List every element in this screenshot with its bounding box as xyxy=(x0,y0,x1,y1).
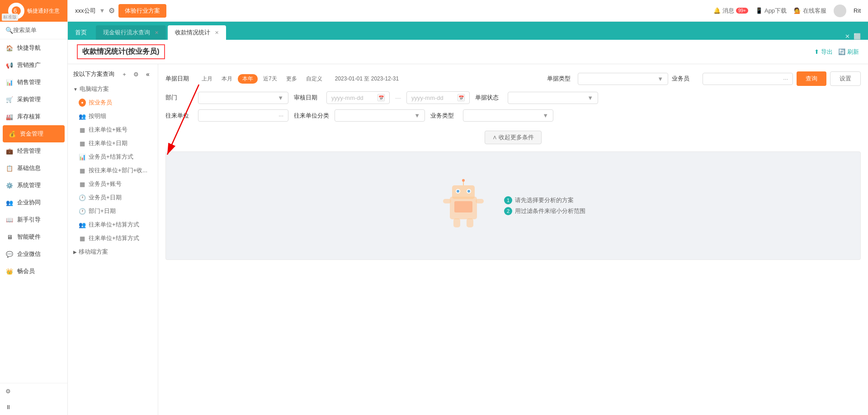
date-tab-group: 上月 本月 本年 近7天 更多 自定义 xyxy=(198,74,326,84)
notification-button[interactable]: 🔔 消息 99+ xyxy=(713,7,748,15)
voucher-status-select[interactable]: ▼ xyxy=(508,92,598,104)
scheme-dept-date[interactable]: 🕐 部门+日期 xyxy=(68,204,158,218)
scheme-by-salesperson[interactable]: ● 按业务员 xyxy=(68,96,158,109)
dept-select[interactable]: ▼ xyxy=(198,92,288,104)
audit-date-end-input[interactable]: yyyy-mm-dd 📅 xyxy=(406,91,470,104)
mobile-scheme-group: ▶ 移动端方案 xyxy=(68,245,158,259)
user-avatar[interactable] xyxy=(834,5,846,17)
dropdown-arrow-icon[interactable]: ▼ xyxy=(99,7,105,14)
sidebar-label: 快捷导航 xyxy=(17,44,41,52)
sidebar-item-inventory[interactable]: 🏭 库存核算 xyxy=(0,108,67,125)
app-download-button[interactable]: 📱 App下载 xyxy=(755,7,787,15)
close-icon[interactable]: ✕ xyxy=(215,30,219,36)
sidebar-item-hardware[interactable]: 🖥 智能硬件 xyxy=(0,228,67,245)
empty-step-1: 1 请先选择要分析的方案 xyxy=(504,196,585,204)
audit-date-label: 审核日期 xyxy=(294,94,321,102)
date-tab-more[interactable]: 更多 xyxy=(283,74,301,84)
scheme-by-detail[interactable]: 👥 按明细 xyxy=(68,109,158,123)
salesperson-select[interactable]: ··· xyxy=(703,73,793,85)
empty-illustration xyxy=(441,179,486,233)
money-icon: 💰 xyxy=(8,130,16,138)
tab-home[interactable]: 首页 xyxy=(68,25,94,40)
date-tab-this-year[interactable]: 本年 xyxy=(238,74,258,84)
scheme-partner-account[interactable]: ▦ 往来单位+账号 xyxy=(68,123,158,137)
people-icon: 👥 xyxy=(5,198,14,207)
topbar-settings-icon[interactable]: ⚙ xyxy=(108,6,115,15)
more-options-icon[interactable]: ··· xyxy=(278,112,283,119)
briefcase-icon: 💼 xyxy=(5,147,14,155)
tab-collection-stats[interactable]: 收款情况统计 ✕ xyxy=(168,25,226,40)
svg-point-12 xyxy=(462,179,465,182)
topbar: xxx公司 ▼ ⚙ 体验行业方案 🔔 消息 99+ 📱 App下载 💁 在线客服… xyxy=(68,0,868,22)
scheme-salesperson-account[interactable]: ▦ 业务员+账号 xyxy=(68,177,158,191)
date-tab-7days[interactable]: 近7天 xyxy=(259,74,281,84)
date-tab-this-month[interactable]: 本月 xyxy=(218,74,236,84)
sidebar-item-purchase[interactable]: 🛒 采购管理 xyxy=(0,91,67,108)
date-tab-custom[interactable]: 自定义 xyxy=(302,74,326,84)
query-button[interactable]: 查询 xyxy=(797,71,826,86)
more-options-icon[interactable]: ··· xyxy=(783,75,788,82)
export-button[interactable]: ⬆ 导出 xyxy=(814,48,833,56)
export-label: 导出 xyxy=(821,48,833,56)
scheme-settings-button[interactable]: ⚙ xyxy=(132,70,141,79)
main-content: xxx公司 ▼ ⚙ 体验行业方案 🔔 消息 99+ 📱 App下载 💁 在线客服… xyxy=(68,0,868,415)
partner-select[interactable]: ··· xyxy=(198,109,288,122)
collapse-section: ∧ 收起更多条件 xyxy=(165,127,861,151)
sidebar-bottom-settings[interactable]: ⚙ xyxy=(0,383,67,399)
voucher-type-select[interactable]: ▼ xyxy=(578,73,668,85)
sidebar-bottom-collapse[interactable]: ⏸ xyxy=(0,399,67,415)
online-service-button[interactable]: 💁 在线客服 xyxy=(794,7,826,15)
scheme-label: 往来单位+结算方式 xyxy=(89,234,139,242)
tab-bank-flow[interactable]: 现金银行流水查询 ✕ xyxy=(96,25,166,40)
download-icon: 📱 xyxy=(755,7,763,14)
dept-label: 部门 xyxy=(165,94,193,102)
add-scheme-button[interactable]: + xyxy=(120,70,129,79)
setting-button[interactable]: 设置 xyxy=(830,71,861,86)
scheme-partner-settlement2[interactable]: ▦ 往来单位+结算方式 xyxy=(68,231,158,245)
close-window-icon[interactable]: ✕ xyxy=(845,33,850,40)
sidebar-item-wxwork[interactable]: 💬 企业微信 xyxy=(0,245,67,263)
date-tab-last-month[interactable]: 上月 xyxy=(198,74,216,84)
left-panel-header: 按以下方案查询 + ⚙ « xyxy=(68,70,158,82)
empty-step-2: 2 用过滤条件来缩小分析范围 xyxy=(504,207,585,215)
partner-category-select[interactable]: ▼ xyxy=(335,109,425,122)
scheme-salesperson-settlement[interactable]: 📊 业务员+结算方式 xyxy=(68,150,158,164)
calendar-icon[interactable]: 📅 xyxy=(377,94,385,101)
sidebar-item-guide[interactable]: 📖 新手引导 xyxy=(0,211,67,228)
step-number-2: 2 xyxy=(504,207,512,215)
collapse-more-button[interactable]: ∧ 收起更多条件 xyxy=(485,131,542,144)
user-name: Rit xyxy=(854,7,861,14)
partner-category-label: 往来单位分类 xyxy=(294,112,329,120)
sidebar-item-marketing[interactable]: 📢 营销推广 xyxy=(0,57,67,74)
scheme-partner-date[interactable]: ▦ 往来单位+日期 xyxy=(68,137,158,150)
scheme-partner-dept-collection[interactable]: ▦ 按往来单位+部门+收... xyxy=(68,164,158,177)
sidebar-item-quick-nav[interactable]: 🏠 快捷导航 xyxy=(0,39,67,57)
scheme-partner-settlement1[interactable]: 👥 往来单位+结算方式 xyxy=(68,218,158,231)
restore-window-icon[interactable]: ⬜ xyxy=(854,33,861,40)
trial-industry-button[interactable]: 体验行业方案 xyxy=(118,4,166,18)
sidebar-item-basic[interactable]: 📋 基础信息 xyxy=(0,160,67,177)
megaphone-icon: 📢 xyxy=(5,61,14,69)
audit-date-start-input[interactable]: yyyy-mm-dd 📅 xyxy=(326,91,390,104)
scheme-label: 业务员+结算方式 xyxy=(89,153,133,161)
grid-icon: ▦ xyxy=(79,235,86,242)
close-icon[interactable]: ✕ xyxy=(155,30,159,36)
desktop-scheme-title[interactable]: ▼ 电脑端方案 xyxy=(68,82,158,96)
scheme-label: 按明细 xyxy=(89,112,106,120)
sidebar-item-operation[interactable]: 💼 经营管理 xyxy=(0,142,67,160)
sidebar-item-member[interactable]: 👑 畅会员 xyxy=(0,263,67,280)
sidebar-item-sales[interactable]: 📊 销售管理 xyxy=(0,74,67,91)
mobile-scheme-title[interactable]: ▶ 移动端方案 xyxy=(68,245,158,259)
business-type-select[interactable]: ▼ xyxy=(463,109,553,122)
sidebar-item-finance[interactable]: 💰 资金管理 xyxy=(3,125,65,142)
sidebar-item-collab[interactable]: 👥 企业协同 xyxy=(0,194,67,211)
scheme-salesperson-date[interactable]: 🕐 业务员+日期 xyxy=(68,191,158,204)
collapse-panel-button[interactable]: « xyxy=(143,70,152,79)
window-controls: ✕ ⬜ xyxy=(845,33,868,40)
search-menu-item[interactable]: 🔍 搜索菜单 xyxy=(0,22,67,39)
refresh-button[interactable]: 🔄 刷新 xyxy=(838,48,859,56)
step-1-text: 请先选择要分析的方案 xyxy=(515,196,574,204)
sidebar-item-system[interactable]: ⚙️ 系统管理 xyxy=(0,177,67,194)
calendar-icon[interactable]: 📅 xyxy=(458,94,465,101)
desktop-scheme-label: 电脑端方案 xyxy=(80,85,109,93)
